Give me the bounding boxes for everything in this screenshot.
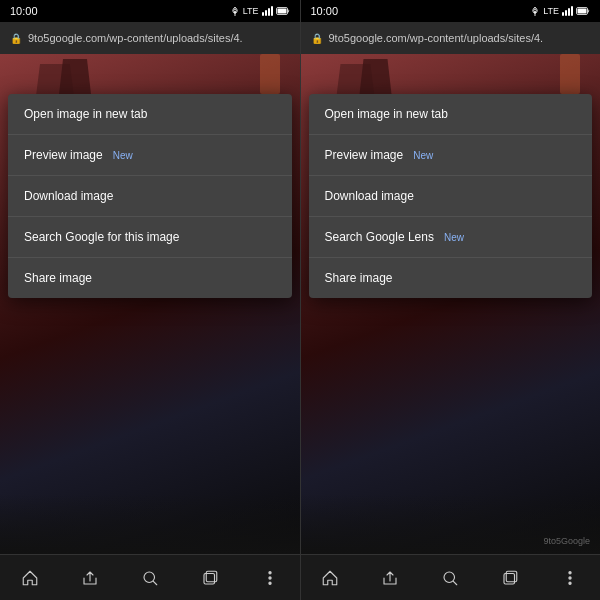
share-button-right[interactable] bbox=[372, 560, 408, 596]
home-button-left[interactable] bbox=[12, 560, 48, 596]
menu-preview-label-right: Preview image bbox=[325, 148, 404, 162]
phone-left: 10:00 LTE bbox=[0, 0, 301, 554]
search-button-right[interactable] bbox=[432, 560, 468, 596]
menu-download-label-left: Download image bbox=[24, 189, 113, 203]
menu-download-left[interactable]: Download image bbox=[8, 176, 292, 217]
tab-icon-right bbox=[501, 569, 519, 587]
menu-download-right[interactable]: Download image bbox=[309, 176, 593, 217]
menu-open-new-tab-right[interactable]: Open image in new tab bbox=[309, 94, 593, 135]
menu-preview-badge-left: New bbox=[113, 150, 133, 161]
svg-rect-5 bbox=[578, 9, 587, 14]
menu-preview-badge-right: New bbox=[413, 150, 433, 161]
more-icon-right bbox=[561, 569, 579, 587]
url-text-right: 9to5google.com/wp-content/uploads/sites/… bbox=[329, 32, 544, 44]
svg-point-15 bbox=[569, 571, 571, 573]
svg-point-17 bbox=[569, 582, 571, 584]
url-text-left: 9to5google.com/wp-content/uploads/sites/… bbox=[28, 32, 243, 44]
menu-open-new-tab-label-left: Open image in new tab bbox=[24, 107, 147, 121]
search-button-left[interactable] bbox=[132, 560, 168, 596]
wifi-icon-left bbox=[230, 6, 240, 16]
menu-open-new-tab-left[interactable]: Open image in new tab bbox=[8, 94, 292, 135]
menu-share-label-right: Share image bbox=[325, 271, 393, 285]
status-bar-left: 10:00 LTE bbox=[0, 0, 300, 22]
signal-bars-left bbox=[262, 6, 273, 16]
menu-search-lens-label-right: Search Google Lens bbox=[325, 230, 434, 244]
share-icon-right bbox=[381, 569, 399, 587]
svg-rect-8 bbox=[206, 571, 217, 582]
browser-content-right: Open image in new tab Preview image New … bbox=[301, 54, 601, 554]
menu-search-google-left[interactable]: Search Google for this image bbox=[8, 217, 292, 258]
home-icon-right bbox=[321, 569, 339, 587]
url-bar-right[interactable]: 🔒 9to5google.com/wp-content/uploads/site… bbox=[301, 22, 601, 54]
battery-icon-right bbox=[576, 7, 590, 15]
venue-light-left bbox=[260, 54, 280, 94]
status-time-left: 10:00 bbox=[10, 5, 38, 17]
tab-button-left[interactable] bbox=[192, 560, 228, 596]
lte-label-right: LTE bbox=[543, 6, 559, 16]
home-button-right[interactable] bbox=[312, 560, 348, 596]
tab-button-right[interactable] bbox=[492, 560, 528, 596]
menu-download-label-right: Download image bbox=[325, 189, 414, 203]
menu-preview-left[interactable]: Preview image New bbox=[8, 135, 292, 176]
menu-search-lens-badge-right: New bbox=[444, 232, 464, 243]
search-icon-right bbox=[441, 569, 459, 587]
menu-share-label-left: Share image bbox=[24, 271, 92, 285]
svg-rect-7 bbox=[204, 573, 215, 584]
wifi-icon-right bbox=[530, 6, 540, 16]
menu-share-right[interactable]: Share image bbox=[309, 258, 593, 298]
more-button-right[interactable] bbox=[552, 560, 588, 596]
status-icons-left: LTE bbox=[230, 6, 290, 16]
svg-point-3 bbox=[534, 14, 536, 16]
home-icon-left bbox=[21, 569, 39, 587]
svg-point-9 bbox=[268, 571, 270, 573]
svg-point-11 bbox=[268, 582, 270, 584]
venue-floor-left bbox=[0, 494, 300, 554]
lock-icon-right: 🔒 bbox=[311, 33, 323, 44]
share-button-left[interactable] bbox=[72, 560, 108, 596]
share-icon-left bbox=[81, 569, 99, 587]
phone-right: 10:00 LTE bbox=[301, 0, 601, 554]
venue-light-right bbox=[560, 54, 580, 94]
svg-rect-2 bbox=[277, 9, 286, 14]
svg-rect-14 bbox=[506, 571, 517, 582]
tab-icon-left bbox=[201, 569, 219, 587]
svg-point-6 bbox=[144, 572, 155, 583]
more-icon-left bbox=[261, 569, 279, 587]
search-icon-left bbox=[141, 569, 159, 587]
svg-point-0 bbox=[234, 14, 236, 16]
status-bar-right: 10:00 LTE bbox=[301, 0, 601, 22]
bottom-nav-right bbox=[301, 554, 601, 600]
bottom-nav-left bbox=[0, 554, 301, 600]
url-bar-left[interactable]: 🔒 9to5google.com/wp-content/uploads/site… bbox=[0, 22, 300, 54]
signal-bars-right bbox=[562, 6, 573, 16]
svg-point-10 bbox=[268, 576, 270, 578]
lock-icon-left: 🔒 bbox=[10, 33, 22, 44]
more-button-left[interactable] bbox=[252, 560, 288, 596]
menu-search-google-label-left: Search Google for this image bbox=[24, 230, 179, 244]
svg-point-12 bbox=[444, 572, 455, 583]
menu-preview-right[interactable]: Preview image New bbox=[309, 135, 593, 176]
lte-label-left: LTE bbox=[243, 6, 259, 16]
menu-search-lens-right[interactable]: Search Google Lens New bbox=[309, 217, 593, 258]
watermark-right: 9to5Google bbox=[543, 536, 590, 546]
browser-content-left: Open image in new tab Preview image New … bbox=[0, 54, 300, 554]
status-time-right: 10:00 bbox=[311, 5, 339, 17]
context-menu-right: Open image in new tab Preview image New … bbox=[309, 94, 593, 298]
menu-preview-label-left: Preview image bbox=[24, 148, 103, 162]
status-icons-right: LTE bbox=[530, 6, 590, 16]
menu-share-left[interactable]: Share image bbox=[8, 258, 292, 298]
context-menu-left: Open image in new tab Preview image New … bbox=[8, 94, 292, 298]
menu-open-new-tab-label-right: Open image in new tab bbox=[325, 107, 448, 121]
battery-icon-left bbox=[276, 7, 290, 15]
svg-rect-13 bbox=[504, 573, 515, 584]
svg-point-16 bbox=[569, 576, 571, 578]
bottom-nav-row bbox=[0, 554, 600, 600]
